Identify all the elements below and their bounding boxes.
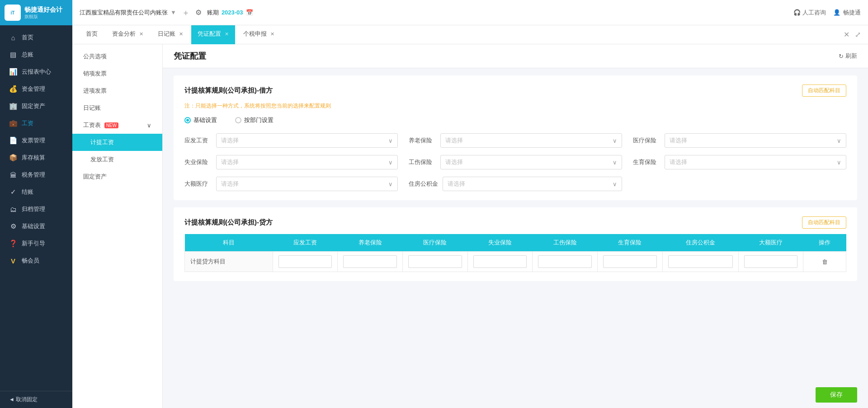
menu-pay-label: 发放工资: [90, 155, 114, 164]
delete-row-icon[interactable]: 🗑: [822, 258, 828, 265]
sidebar-item-funds[interactable]: 💰 资金管理: [0, 80, 72, 98]
menu-item-sales-invoice[interactable]: 销项发票: [72, 65, 162, 82]
debit-fields-grid: 应发工资 请选择 ∨ 养老保险 请选择 ∨: [184, 133, 846, 191]
sidebar-item-archive[interactable]: 🗂 归档管理: [0, 201, 72, 218]
user-menu-btn[interactable]: 👤 畅捷通: [833, 9, 861, 17]
sidebar-label-home: 首页: [22, 33, 33, 42]
cell-dae-val: [738, 252, 803, 272]
sidebar-item-settings[interactable]: ⚙ 基础设置: [0, 218, 72, 235]
credit-section-title: 计提核算规则(公司承担)-贷方: [184, 218, 273, 227]
select-yanglao[interactable]: 请选择 ∨: [440, 133, 622, 148]
input-yiliao-credit[interactable]: [408, 255, 462, 268]
chevron-shengyu-icon: ∨: [837, 159, 841, 166]
label-shengyu: 生育保险: [633, 158, 660, 166]
add-company-btn[interactable]: ＋: [182, 7, 190, 18]
select-yingfa[interactable]: 请选择 ∨: [216, 133, 398, 148]
tab-funds-close[interactable]: ✕: [139, 31, 143, 37]
sidebar-item-reports[interactable]: 📊 云报表中心: [0, 63, 72, 80]
tab-tax-close[interactable]: ✕: [270, 31, 274, 37]
chevron-yingfa-icon: ∨: [388, 137, 393, 144]
select-shengyu-placeholder: 请选择: [670, 158, 687, 166]
menu-item-fixed-assets[interactable]: 固定资产: [72, 168, 162, 185]
logo-text-block: 畅捷通好会计 旗舰版: [24, 5, 62, 20]
select-yiliao[interactable]: 请选择 ∨: [665, 133, 846, 148]
col-header-gongshang: 工伤保险: [533, 234, 598, 252]
sidebar-item-vip[interactable]: V 畅会员: [0, 252, 72, 269]
menu-item-purchase-invoice[interactable]: 进项发票: [72, 82, 162, 99]
input-gjj-credit[interactable]: [668, 255, 733, 268]
sidebar-label-archive: 归档管理: [22, 205, 45, 213]
sidebar-item-salary[interactable]: 💼 工资: [0, 115, 72, 132]
salary-icon: 💼: [9, 119, 17, 127]
menu-journal-label: 日记账: [83, 104, 101, 112]
input-yanglao-credit[interactable]: [343, 255, 397, 268]
topbar: 江西服宝精品有限责任公司内账张 ▼ ＋ ⚙ 账期 2023-03 📅 🎧 人工咨…: [72, 0, 868, 25]
select-shiye-placeholder: 请选择: [221, 158, 239, 166]
reports-icon: 📊: [9, 68, 17, 76]
tab-journal[interactable]: 日记账 ✕: [151, 25, 189, 44]
radio-dept-indicator: [235, 117, 241, 123]
tab-tax-report[interactable]: 个税申报 ✕: [237, 25, 281, 44]
cell-row-label: 计提贷方科目: [185, 252, 273, 272]
sidebar-item-guide[interactable]: ❓ 新手引导: [0, 235, 72, 252]
refresh-btn[interactable]: ↻ 刷新: [839, 52, 857, 60]
select-gjj[interactable]: 请选择 ∨: [443, 177, 622, 191]
sidebar-item-close[interactable]: ✓ 结账: [0, 183, 72, 201]
input-shiye-credit[interactable]: [473, 255, 527, 268]
radio-basic-setting[interactable]: 基础设置: [184, 116, 217, 124]
select-dae-yiliao[interactable]: 请选择 ∨: [216, 177, 398, 191]
input-yingfa-credit[interactable]: [278, 255, 332, 268]
select-yiliao-placeholder: 请选择: [670, 136, 687, 145]
tab-close-window-icon[interactable]: ✕: [844, 30, 849, 39]
select-shengyu[interactable]: 请选择 ∨: [665, 155, 846, 169]
sidebar-item-inventory[interactable]: 📦 库存核算: [0, 149, 72, 166]
customer-service-btn[interactable]: 🎧 人工咨询: [793, 9, 826, 17]
refresh-icon: ↻: [839, 53, 844, 60]
field-yiliao: 医疗保险 请选择 ∨: [633, 133, 846, 148]
field-shengyu: 生育保险 请选择 ∨: [633, 155, 846, 169]
menu-payroll-label: 工资表 NEW: [83, 121, 118, 129]
period-settings-icon[interactable]: ⚙: [195, 8, 202, 17]
bottom-spacer: [174, 288, 857, 297]
sidebar-item-ledger[interactable]: ▤ 总账: [0, 46, 72, 63]
tab-bar: 首页 资金分析 ✕ 日记账 ✕ 凭证配置 ✕ 个税申报 ✕ ✕ ⤢: [72, 25, 868, 44]
sidebar: iT 畅捷通好会计 旗舰版 ⌂ 首页 ▤ 总账 📊 云报表中心 💰 资金管理 🏢…: [0, 0, 72, 408]
tab-voucher-close[interactable]: ✕: [225, 31, 229, 37]
debit-auto-match-btn[interactable]: 自动匹配科目: [802, 84, 846, 97]
sidebar-item-tax[interactable]: 🏛 税务管理: [0, 166, 72, 183]
save-btn[interactable]: 保存: [816, 387, 857, 403]
tab-maximize-icon[interactable]: ⤢: [855, 30, 861, 39]
col-header-ops: 操作: [803, 234, 846, 252]
sidebar-item-invoice[interactable]: 📄 发票管理: [0, 132, 72, 149]
input-gongshang-credit[interactable]: [538, 255, 592, 268]
sidebar-item-home[interactable]: ⌂ 首页: [0, 29, 72, 46]
input-dae-credit[interactable]: [744, 255, 798, 268]
sidebar-item-assets[interactable]: 🏢 固定资产: [0, 98, 72, 115]
credit-auto-match-btn[interactable]: 自动匹配科目: [802, 216, 846, 229]
menu-item-pay-salary[interactable]: 发放工资: [72, 151, 162, 168]
company-dropdown-icon[interactable]: ▼: [170, 9, 176, 16]
menu-item-public[interactable]: 公共选项: [72, 48, 162, 65]
tab-home[interactable]: 首页: [80, 25, 104, 44]
select-shiye[interactable]: 请选择 ∨: [216, 155, 398, 169]
app-version: 旗舰版: [24, 14, 62, 20]
calendar-icon[interactable]: 📅: [246, 9, 253, 16]
tab-journal-close[interactable]: ✕: [179, 31, 183, 37]
menu-item-accrue-salary[interactable]: 计提工资: [72, 134, 162, 151]
select-gongshang[interactable]: 请选择 ∨: [440, 155, 622, 169]
label-yingfa: 应发工资: [184, 136, 212, 145]
tab-voucher-config[interactable]: 凭证配置 ✕: [191, 25, 235, 44]
menu-item-journal[interactable]: 日记账: [72, 99, 162, 117]
radio-dept-setting[interactable]: 按部门设置: [235, 116, 274, 124]
input-shengyu-credit[interactable]: [603, 255, 657, 268]
sidebar-label-reports: 云报表中心: [22, 68, 51, 76]
col-header-shengyu: 生育保险: [597, 234, 662, 252]
ledger-icon: ▤: [9, 51, 17, 59]
debit-section-title: 计提核算规则(公司承担)-借方: [184, 86, 273, 95]
menu-accrue-label: 计提工资: [90, 138, 114, 146]
col-header-dae: 大额医疗: [738, 234, 803, 252]
chevron-shiye-icon: ∨: [388, 159, 393, 166]
tab-funds-analysis[interactable]: 资金分析 ✕: [106, 25, 150, 44]
collapse-sidebar-btn[interactable]: ◄ 取消固定: [0, 391, 72, 408]
menu-item-payroll-table[interactable]: 工资表 NEW ∨: [72, 117, 162, 134]
